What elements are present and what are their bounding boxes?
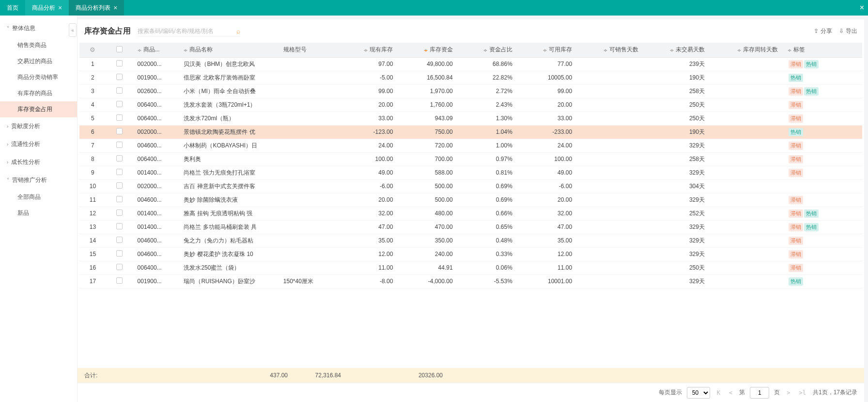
tab-2[interactable]: 商品分析列表× [69,0,124,16]
table-wrap[interactable]: ⚙商品...商品名称规格型号现有库存库存资金资金占比可用库存可销售天数未交易天数… [78,43,864,368]
tag-slow: 滞销 [789,264,803,272]
table-row[interactable]: 8006400...奥利奥100.00700.000.97%100.00258天… [79,152,862,166]
tag-hot: 热销 [804,60,819,68]
table-row[interactable]: 14004600...兔之力（兔の力）粘毛器粘35.00350.000.48%3… [79,234,862,247]
tag-slow: 滞销 [789,114,803,123]
gear-icon[interactable]: ⚙ [90,46,95,53]
col-fund[interactable]: 库存资金 [398,43,457,57]
search-icon[interactable]: ⌕ [236,27,240,35]
tab-close-icon[interactable]: × [58,0,62,16]
export-button[interactable]: ⇩ 导出 [839,27,857,35]
chevron-icon: › [7,160,8,165]
sidebar-item-0-0[interactable]: 销售类商品 [0,37,77,53]
tag-slow: 滞销 [789,237,803,245]
sidebar-item-0-3[interactable]: 有库存的商品 [0,85,77,101]
toolbar: 库存资金占用 ⌕ ⇪ 分享 ⇩ 导出 [78,19,864,43]
table-row[interactable]: 17001900...瑞尚（RUISHANG）卧室沙150*40厘米-8.00-… [79,274,862,288]
table-row[interactable]: 10002000...吉百 禅意新中式玄关摆件客-6.00500.000.69%… [79,179,862,193]
per-page-select[interactable]: 50 [687,387,710,399]
row-checkbox[interactable] [116,264,123,270]
page-next-icon[interactable]: > [785,389,792,396]
row-checkbox[interactable] [116,101,123,107]
page-number-input[interactable] [750,387,769,399]
col-tags[interactable]: 标签 [783,43,862,57]
share-button[interactable]: ⇪ 分享 [814,27,832,35]
tab-1[interactable]: 商品分析× [25,0,69,16]
table-row[interactable]: 4006400...洗发水套装（3瓶720ml+1）20.001,760.002… [79,98,862,112]
sort-icon [483,47,487,53]
table-row[interactable]: 2001900...倍思家 北欧客厅装饰画卧室-5.0016,500.8422.… [79,71,862,84]
tag-slow: 滞销 [789,209,803,218]
close-all-icon[interactable]: × [860,0,864,16]
row-checkbox[interactable] [116,250,123,257]
tab-0[interactable]: 首页 [0,0,25,16]
row-checkbox[interactable] [116,87,123,94]
col-avail[interactable]: 可用库存 [517,43,577,57]
pagination-bar: 每页显示 50 K < 第 页 > >l 共1页，17条记录 [78,383,864,402]
sidebar-item-4-0[interactable]: 全部商品 [0,189,77,205]
table-row[interactable]: 3002600...小米（MI）雨伞 全自动折叠99.001,970.002.7… [79,84,862,98]
per-page-label: 每页显示 [659,388,682,397]
col-name[interactable]: 商品名称 [179,43,278,57]
tag-slow: 滞销 [789,223,803,231]
totals-avail: 20326.00 [385,372,443,379]
page-first-icon[interactable]: K [715,389,722,396]
row-checkbox[interactable] [116,277,123,284]
sidebar-group-2[interactable]: ›流通性分析 [0,135,77,153]
sidebar-group-1[interactable]: ›贡献度分析 [0,117,77,135]
table-row[interactable]: 11004600...奥妙 除菌除螨洗衣液20.00500.000.69%20.… [79,193,862,207]
tab-close-icon[interactable]: × [113,0,117,16]
share-icon: ⇪ [814,28,819,34]
table-row[interactable]: 7004600...小林制药（KOBAYASHI）日24.00720.001.0… [79,139,862,152]
sidebar-item-0-4[interactable]: 库存资金占用 [0,101,77,117]
row-checkbox[interactable] [116,169,123,175]
sort-icon [543,47,547,53]
row-checkbox[interactable] [116,114,123,121]
row-checkbox[interactable] [116,142,123,148]
row-checkbox[interactable] [116,223,123,229]
sort-icon [604,47,607,53]
row-checkbox[interactable] [116,196,123,202]
col-ratio[interactable]: 资金占比 [458,43,517,57]
tag-slow: 滞销 [789,196,803,204]
tag-hot: 热销 [789,277,803,286]
page-prev-icon[interactable]: < [727,389,734,396]
table-row[interactable]: 13001400...尚格兰 多功能马桶刷套装 具47.00470.000.65… [79,220,862,234]
sidebar-group-4[interactable]: ˅营销推广分析 [0,171,77,189]
chevron-icon: ˅ [7,26,9,31]
col-stock[interactable]: 现有库存 [338,43,398,57]
sidebar-item-0-2[interactable]: 商品分类动销率 [0,69,77,85]
search-input[interactable] [138,28,234,34]
tag-slow: 滞销 [789,142,803,150]
col-saledays[interactable]: 可销售天数 [577,43,643,57]
col-notrade[interactable]: 未交易天数 [643,43,710,57]
sidebar-item-0-1[interactable]: 交易过的商品 [0,53,77,69]
checkbox-all[interactable] [116,46,123,52]
sort-icon [138,47,141,53]
col-code[interactable]: 商品... [133,43,179,57]
row-checkbox[interactable] [116,155,123,161]
collapse-sidebar-icon[interactable]: « [69,23,77,37]
row-checkbox[interactable] [116,182,123,189]
row-checkbox[interactable] [116,237,123,243]
table-row[interactable]: 15004600...奥妙 樱花柔护 洗衣凝珠 1012.00240.000.3… [79,247,862,261]
table-row[interactable]: 6002000...景德镇北欧陶瓷花瓶摆件 优-123.00750.001.04… [79,125,862,139]
sidebar-group-3[interactable]: ›成长性分析 [0,153,77,171]
row-checkbox[interactable] [116,60,123,66]
table-row[interactable]: 12001400...雅高 挂钩 无痕透明粘钩 强32.00480.000.66… [79,207,862,220]
sort-icon [364,47,368,53]
col-turn[interactable]: 库存周转天数 [710,43,783,57]
table-row[interactable]: 1002000...贝汉美（BHM）创意北欧风97.0049,800.0068.… [79,57,862,71]
row-checkbox[interactable] [116,74,123,80]
sidebar-item-4-1[interactable]: 新品 [0,205,77,221]
row-checkbox[interactable] [116,128,123,134]
table-row[interactable]: 16006400...洗发水250蜜兰（袋）11.0044.910.06%11.… [79,261,862,274]
totals-bar: 合计: 437.00 72,316.84 20326.00 [78,368,864,383]
table-row[interactable]: 5006400...洗发水720ml（瓶）33.00943.091.30%33.… [79,112,862,125]
table-row[interactable]: 9001400...尚格兰 强力无痕免打孔浴室49.00588.000.81%4… [79,166,862,179]
sidebar: ˅整体信息销售类商品交易过的商品商品分类动销率有库存的商品库存资金占用›贡献度分… [0,16,78,402]
row-checkbox[interactable] [116,209,123,216]
tag-hot: 热销 [804,87,819,96]
page-last-icon[interactable]: >l [797,389,808,396]
sidebar-group-0[interactable]: ˅整体信息 [0,19,77,37]
